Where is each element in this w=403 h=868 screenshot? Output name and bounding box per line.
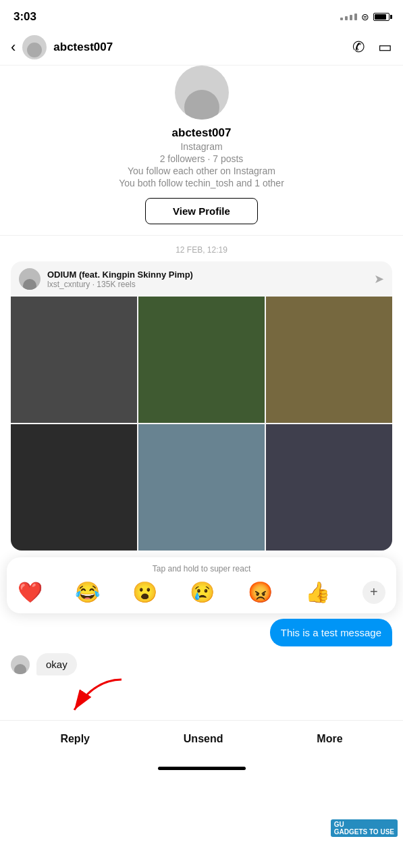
- video-cell: [266, 424, 392, 551]
- video-call-icon[interactable]: ▭: [378, 39, 392, 56]
- react-cry[interactable]: 😢: [190, 580, 215, 604]
- react-wow[interactable]: 😮: [132, 580, 157, 604]
- status-icons: ⊜: [340, 11, 389, 22]
- wifi-icon: ⊜: [361, 11, 369, 22]
- profile-avatar: [175, 66, 229, 120]
- more-button[interactable]: More: [310, 730, 349, 748]
- video-cell: [11, 424, 137, 551]
- signal-icon: [340, 14, 357, 20]
- nav-avatar: [22, 35, 47, 59]
- react-thumbsup[interactable]: 👍: [305, 580, 330, 604]
- react-popup: Tap and hold to super react ❤️ 😂 😮 😢 😡 👍…: [7, 557, 396, 613]
- reel-avatar: [19, 268, 41, 290]
- profile-mutual: You both follow techin_tosh and 1 other: [119, 178, 284, 188]
- arrow-container: [27, 680, 403, 720]
- test-message-row: This is a test message: [0, 613, 403, 649]
- chat-area: 12 FEB, 12:19 ODIUM (feat. Kingpin Skinn…: [0, 236, 403, 720]
- reel-header: ODIUM (feat. Kingpin Skinny Pimp) lxst_c…: [11, 261, 392, 297]
- reel-subtitle: lxst_cxntury · 135K reels: [47, 280, 367, 289]
- profile-name: abctest007: [172, 126, 232, 140]
- react-tap-label: Tap and hold to super react: [18, 564, 385, 573]
- arrow-icon: [54, 673, 135, 720]
- call-icon[interactable]: ✆: [352, 39, 365, 56]
- profile-platform: Instagram: [180, 141, 222, 152]
- home-indicator: [0, 761, 403, 777]
- back-button[interactable]: ‹: [11, 39, 16, 56]
- video-cell: [138, 424, 265, 551]
- battery-icon: [373, 13, 389, 21]
- reel-info: ODIUM (feat. Kingpin Skinny Pimp) lxst_c…: [47, 270, 367, 289]
- video-cell: [266, 297, 392, 423]
- react-more-button[interactable]: +: [362, 581, 385, 604]
- view-profile-button[interactable]: View Profile: [145, 198, 258, 224]
- video-grid: [11, 297, 392, 551]
- reply-button[interactable]: Reply: [53, 730, 97, 748]
- status-time: 3:03: [14, 10, 36, 24]
- status-bar: 3:03 ⊜: [0, 0, 403, 30]
- nav-bar: ‹ abctest007 ✆ ▭: [0, 30, 403, 66]
- reel-send-icon[interactable]: ➤: [374, 272, 384, 286]
- video-cell: [11, 297, 137, 423]
- reel-title: ODIUM (feat. Kingpin Skinny Pimp): [47, 270, 367, 280]
- bottom-actions: Reply Unsend More: [0, 720, 403, 761]
- profile-section: abctest007 Instagram 2 followers · 7 pos…: [0, 66, 403, 236]
- react-emojis: ❤️ 😂 😮 😢 😡 👍 +: [18, 580, 385, 604]
- unsend-button[interactable]: Unsend: [177, 730, 230, 748]
- reel-card[interactable]: ODIUM (feat. Kingpin Skinny Pimp) lxst_c…: [11, 261, 392, 551]
- react-angry[interactable]: 😡: [248, 580, 273, 604]
- react-laugh[interactable]: 😂: [75, 580, 100, 604]
- date-label: 12 FEB, 12:19: [0, 236, 403, 261]
- profile-stats: 2 followers · 7 posts: [160, 153, 244, 164]
- home-bar: [158, 767, 246, 770]
- nav-username[interactable]: abctest007: [53, 41, 352, 54]
- watermark: GUGADGETS TO USE: [331, 819, 398, 837]
- video-cell: [138, 297, 265, 423]
- react-heart[interactable]: ❤️: [18, 580, 43, 604]
- okay-avatar: [11, 655, 30, 674]
- nav-actions: ✆ ▭: [352, 39, 392, 56]
- test-message-bubble[interactable]: This is a test message: [270, 619, 392, 646]
- profile-follow: You follow each other on Instagram: [128, 165, 275, 176]
